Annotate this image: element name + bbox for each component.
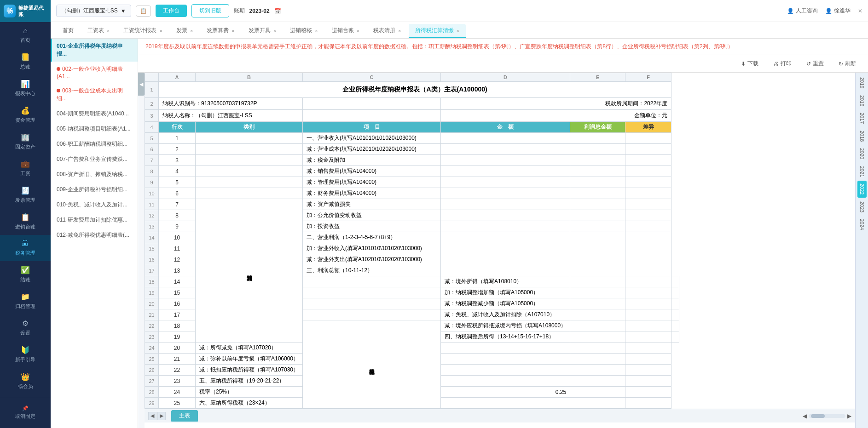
row-num-6[interactable]: 6 <box>159 188 196 199</box>
diff-cell-15[interactable] <box>671 287 679 298</box>
diff-cell-17[interactable] <box>671 309 679 320</box>
amount-cell-13[interactable] <box>441 265 570 276</box>
row-num-18[interactable]: 18 <box>159 320 196 331</box>
left-panel-item-002[interactable]: 002-一般企业收入明细表(A1... <box>51 62 138 83</box>
nav-right-arrow[interactable]: ▶ <box>157 412 166 420</box>
diff-cell-11[interactable] <box>625 243 671 254</box>
left-panel-item-010[interactable]: 010-免税、减计收入及加计... <box>51 197 138 212</box>
tab-close-invoice-ledger[interactable]: × <box>357 28 359 34</box>
ai-service[interactable]: 👤 人工咨询 <box>787 7 818 15</box>
sidebar-item-fund[interactable]: 💰资金管理 <box>0 102 51 128</box>
tab-close-salary-stat[interactable]: × <box>159 28 162 34</box>
left-panel-item-003[interactable]: 003-一般企业成本支出明细... <box>51 83 138 106</box>
item-cell-14[interactable]: 减：境外所得（填写A108010） <box>441 276 570 287</box>
profit-cell-10[interactable] <box>570 232 625 243</box>
left-panel-item-006[interactable]: 006-职工薪酬纳税调整明细... <box>51 137 138 152</box>
profit-cell-24[interactable] <box>570 387 625 398</box>
tab-tax-clear[interactable]: 税表清册× <box>367 24 407 38</box>
row-num-4[interactable]: 4 <box>159 166 196 177</box>
profit-cell-1[interactable] <box>570 133 625 144</box>
amount-cell-11[interactable] <box>441 243 570 254</box>
scroll-right-arrow[interactable]: ▶ <box>847 413 851 419</box>
sidebar-item-salary[interactable]: 💼工资 <box>0 155 51 182</box>
sidebar-item-asset[interactable]: 🏢固定资产 <box>0 128 51 155</box>
profit-cell-16[interactable] <box>625 298 671 309</box>
download-btn[interactable]: ⬇ 下载 <box>736 58 763 69</box>
profit-cell-5[interactable] <box>570 177 625 188</box>
row-num-3[interactable]: 3 <box>159 155 196 166</box>
amount-cell-10[interactable] <box>441 232 570 243</box>
diff-cell-4[interactable] <box>625 166 671 177</box>
left-panel-item-001[interactable]: 001-企业所得税年度纳税申报... <box>51 39 138 62</box>
sidebar-item-tax[interactable]: 🏛税务管理 <box>0 235 51 261</box>
reset-btn[interactable]: ↺ 重置 <box>802 58 828 69</box>
sidebar-item-settle[interactable]: ✅结账 <box>0 261 51 288</box>
item-cell-8[interactable]: 加：公允价值变动收益 <box>303 210 441 221</box>
diff-cell-22[interactable] <box>625 365 671 376</box>
tab-invoice-open[interactable]: 发票开具× <box>242 24 283 38</box>
sidebar-item-ledger[interactable]: 📒总账 <box>0 48 51 75</box>
row-num-7[interactable]: 7 <box>159 199 196 210</box>
amount-cell-4[interactable] <box>441 166 570 177</box>
item-cell-16[interactable]: 减：纳税调整减少额（填写A105000） <box>441 298 570 309</box>
item-cell-13[interactable]: 三、利润总额（10-11-12） <box>303 265 441 276</box>
print-btn[interactable]: 🖨 打印 <box>769 58 796 69</box>
diff-cell-12[interactable] <box>625 254 671 265</box>
left-panel-item-007[interactable]: 007-广告费和业务宣传费跌... <box>51 152 138 167</box>
amount-cell-19[interactable] <box>570 331 625 342</box>
amount-cell-12[interactable] <box>441 254 570 265</box>
switch-btn[interactable]: 切到旧版 <box>191 4 229 17</box>
tab-home[interactable]: 首页 <box>56 24 80 38</box>
amount-cell-8[interactable] <box>441 210 570 221</box>
amount-cell-9[interactable] <box>441 221 570 232</box>
item-cell-4[interactable]: 减：销售费用(填写A104000) <box>303 166 441 177</box>
amount-cell-16[interactable] <box>570 298 625 309</box>
diff-cell-1[interactable] <box>625 133 671 144</box>
tab-close-tax-calc[interactable]: × <box>457 28 459 34</box>
row-num-16[interactable]: 16 <box>159 298 196 309</box>
item-cell-15[interactable]: 加：纳税调整增加额（填写A105000） <box>441 287 570 298</box>
year-item-2016[interactable]: 2016 <box>857 92 867 109</box>
item-cell-10[interactable]: 二、营业利润（1-2-3-4-5-6-7+8+9） <box>303 232 441 243</box>
profit-cell-20[interactable] <box>570 342 625 354</box>
tab-close-invoice[interactable]: × <box>190 28 193 34</box>
row-num-14[interactable]: 14 <box>159 276 196 287</box>
sidebar-item-member[interactable]: 👑畅会员 <box>0 368 51 394</box>
tab-close-invoice-check[interactable]: × <box>315 28 318 34</box>
amount-cell-21[interactable] <box>441 354 570 365</box>
panel-toggle-btn[interactable]: ◀ <box>138 73 145 96</box>
sidebar-item-guide[interactable]: 🔰新手引导 <box>0 341 51 368</box>
item-cell-17[interactable]: 减：免税、减计收入及加计扣除（A107010） <box>441 309 570 320</box>
row-num-2[interactable]: 2 <box>159 144 196 155</box>
profit-cell-14[interactable] <box>625 276 671 287</box>
nav-left-arrow[interactable]: ◀ <box>148 412 156 420</box>
amount-cell-18[interactable] <box>570 320 625 331</box>
row-num-20[interactable]: 20 <box>159 342 196 354</box>
amount-cell-17[interactable] <box>570 309 625 320</box>
row-num-17[interactable]: 17 <box>159 309 196 320</box>
diff-cell-25[interactable] <box>625 398 671 409</box>
refresh-btn[interactable]: ↻ 刷新 <box>834 58 861 69</box>
diff-cell-16[interactable] <box>671 298 679 309</box>
item-cell-18[interactable]: 减：境外应税所得抵减境内亏损（填写A108000） <box>441 320 570 331</box>
diff-cell-10[interactable] <box>625 232 671 243</box>
profit-cell-22[interactable] <box>570 365 625 376</box>
profit-cell-9[interactable] <box>570 221 625 232</box>
tab-invoice[interactable]: 发票× <box>170 24 199 38</box>
profit-cell-2[interactable] <box>570 144 625 155</box>
row-num-5[interactable]: 5 <box>159 177 196 188</box>
pin-button[interactable]: 📌 取消固定 <box>2 402 49 423</box>
profit-cell-12[interactable] <box>570 254 625 265</box>
tab-invoice-ledger[interactable]: 进销台账× <box>325 24 366 38</box>
row-num-13[interactable]: 13 <box>159 265 196 276</box>
sidebar-item-sales[interactable]: 📋进销台账 <box>0 208 51 235</box>
amount-cell-23[interactable] <box>441 376 570 387</box>
row-num-22[interactable]: 22 <box>159 365 196 376</box>
profit-cell-4[interactable] <box>570 166 625 177</box>
profit-cell-7[interactable] <box>570 199 625 210</box>
row-num-1[interactable]: 1 <box>159 133 196 144</box>
row-num-24[interactable]: 24 <box>159 387 196 398</box>
year-item-2017[interactable]: 2017 <box>857 110 867 126</box>
tab-close-invoice-calc[interactable]: × <box>231 28 234 34</box>
diff-cell-9[interactable] <box>625 221 671 232</box>
